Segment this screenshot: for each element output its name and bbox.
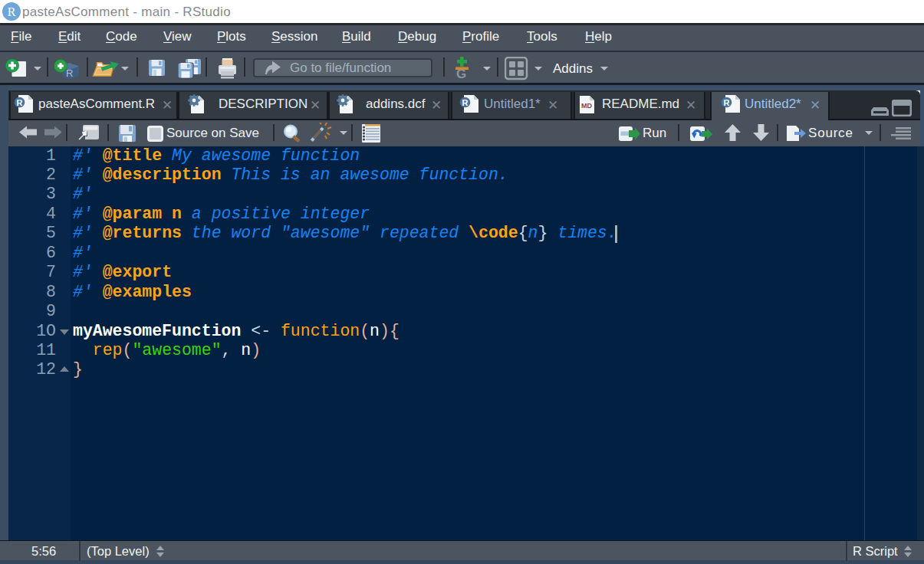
svg-text:MD: MD [581, 102, 592, 110]
svg-text:R: R [66, 67, 73, 79]
svg-text:R: R [724, 98, 730, 107]
svg-text:R: R [8, 5, 16, 18]
svg-text:R: R [17, 98, 23, 107]
svg-text:R: R [462, 98, 469, 107]
